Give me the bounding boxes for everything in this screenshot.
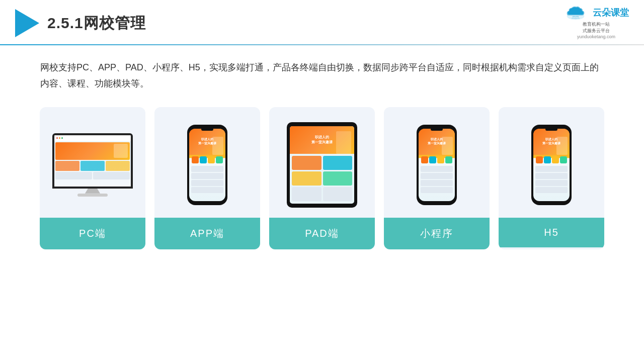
h5-label: H5 [499, 218, 604, 247]
description-text: 网校支持PC、APP、PAD、小程序、H5，实现多端打通，产品各终端自由切换，数… [0, 45, 644, 102]
platform-cards-container: PC端 职进人的第一堂兴趣课 [0, 102, 644, 249]
h5-image-area: 职进人的第一堂兴趣课 [499, 107, 604, 218]
miniprogram-label: 小程序 [384, 218, 490, 249]
miniprogram-phone-screen: 职进人的第一堂兴趣课 [419, 129, 455, 201]
pc-image-area [40, 107, 145, 218]
pad-card: 职进人的第一堂兴趣课 PAD端 [269, 107, 375, 249]
miniprogram-card: 职进人的第一堂兴趣课 [384, 107, 490, 249]
phone-notch [201, 128, 213, 131]
page-title: 2.5.1网校管理 [47, 13, 146, 34]
h5-phone-mockup: 职进人的第一堂兴趣课 [531, 125, 572, 205]
desktop-stand [85, 189, 100, 194]
brand-icon: 云朵课堂 [564, 5, 629, 20]
pad-image-area: 职进人的第一堂兴趣课 [269, 107, 375, 218]
app-card: 职进人的第一堂兴趣课 [154, 107, 260, 249]
miniprogram-phone-mockup: 职进人的第一堂兴趣课 [417, 125, 457, 205]
app-label: APP端 [154, 218, 260, 249]
desktop-mockup [47, 133, 138, 197]
brand-subtitle: 教育机构一站 式服务云平台 [583, 21, 610, 34]
logo-triangle-icon [15, 9, 39, 37]
brand-logo: 云朵课堂 教育机构一站 式服务云平台 yunduoketang.com [564, 5, 629, 39]
miniprogram-phone-notch [431, 128, 443, 131]
h5-phone-screen: 职进人的第一堂兴趣课 [533, 129, 570, 201]
cloud-icon [564, 5, 588, 20]
app-phone-screen: 职进人的第一堂兴趣课 [189, 129, 225, 201]
h5-card: 职进人的第一堂兴趣课 [499, 107, 604, 249]
pad-label: PAD端 [269, 218, 375, 249]
desktop-screen [52, 133, 133, 189]
app-phone-mockup: 职进人的第一堂兴趣课 [187, 125, 227, 205]
desktop-base [77, 194, 108, 197]
brand-name-text: 云朵课堂 [593, 7, 629, 19]
app-image-area: 职进人的第一堂兴趣课 [154, 107, 260, 218]
tablet-mockup: 职进人的第一堂兴趣课 [287, 122, 357, 208]
pc-card: PC端 [40, 107, 145, 249]
pc-label: PC端 [40, 218, 145, 249]
header: 2.5.1网校管理 云朵课堂 教育机构一站 式服务云平台 yunduoketan… [0, 0, 644, 37]
brand-url: yunduoketang.com [577, 34, 615, 39]
miniprogram-image-area: 职进人的第一堂兴趣课 [384, 107, 490, 218]
tablet-screen: 职进人的第一堂兴趣课 [290, 126, 354, 204]
h5-phone-notch [545, 128, 557, 131]
